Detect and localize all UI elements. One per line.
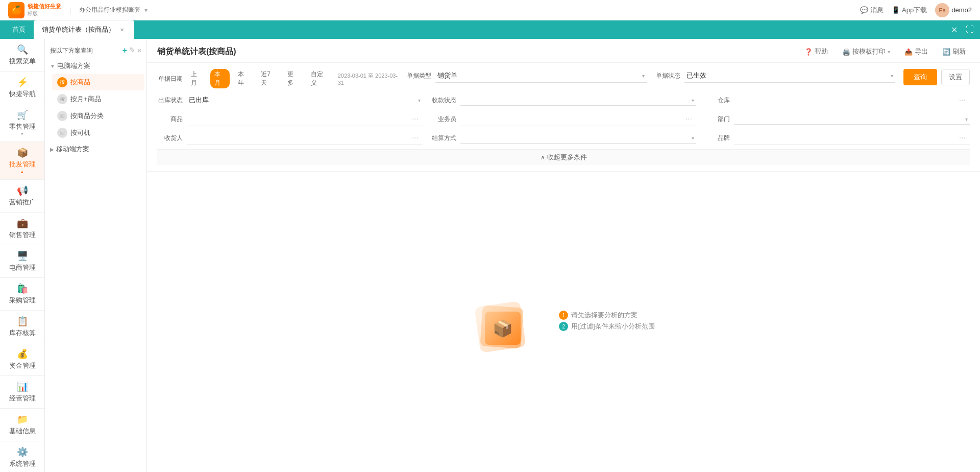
settlement-select[interactable]: ▾ (460, 133, 696, 144)
consignee-dots[interactable]: ··· (410, 133, 421, 143)
edit-plan-btn[interactable]: ✎ (129, 46, 135, 55)
warehouse-select[interactable]: ··· (734, 93, 970, 107)
sidebar-item-search[interactable]: 🔍 搜索菜单 (0, 39, 44, 72)
brand-select[interactable]: ··· (734, 131, 970, 145)
warehouse-filter: 仓库 ··· (704, 93, 970, 107)
sidebar-item-purchase[interactable]: 🛍️ 采购管理 (0, 278, 44, 311)
sidebar-item-ecommerce[interactable]: 🖥️ 电商管理 (0, 245, 44, 278)
export-icon: 📤 (904, 48, 913, 56)
date-this-month-btn[interactable]: 本月 (210, 69, 230, 88)
refresh-btn[interactable]: 🔄 刷新 (938, 45, 970, 58)
doc-status-select[interactable]: 已生效 ▾ (684, 69, 895, 83)
print-arrow-icon: ▾ (888, 49, 890, 55)
tab-close-btn[interactable]: ✕ (118, 26, 126, 34)
date-custom-btn[interactable]: 自定义 (307, 69, 332, 88)
breadcrumb-arrow[interactable]: ▾ (144, 7, 148, 14)
message-icon: 💬 (860, 6, 868, 14)
filter-row-2: 出库状态 已出库 ▾ 收款状态 ▾ 仓库 (157, 93, 970, 107)
date-last-month-btn[interactable]: 上月 (187, 69, 206, 88)
department-select[interactable]: ▾ (734, 114, 970, 125)
tab-close-all-btn[interactable]: ✕ (949, 23, 960, 37)
logo: 🍊 畅捷信好生意 标版 (8, 2, 61, 18)
setting-button[interactable]: 设置 (941, 69, 970, 85)
sidebar-item-basic[interactable]: 📁 基础信息 (0, 409, 44, 441)
export-btn[interactable]: 📤 导出 (900, 45, 932, 58)
empty-tip-1: 1 请先选择要分析的方案 (559, 311, 654, 320)
out-status-filter: 出库状态 已出库 ▾ (157, 93, 423, 107)
user-avatar[interactable]: Ea demo2 (935, 3, 972, 17)
help-btn[interactable]: ❓ 帮助 (800, 45, 832, 58)
date-this-year-btn[interactable]: 本年 (234, 69, 253, 88)
out-status-select[interactable]: 已出库 ▾ (187, 93, 423, 107)
product-dots[interactable]: ··· (410, 114, 421, 124)
top-bar-right: 💬 消息 📱 App下载 Ea demo2 (860, 3, 972, 17)
system-icon: ⚙️ (17, 446, 28, 458)
logo-icon: 🍊 (8, 2, 24, 18)
download-icon: 📱 (892, 6, 900, 14)
sidebar-item-quicknav[interactable]: ⚡ 快捷导航 (0, 72, 44, 104)
warehouse-dots[interactable]: ··· (957, 96, 968, 105)
main-content: 销货单统计表(按商品) ❓ 帮助 🖨️ 按模板打印 ▾ 📤 导出 (147, 39, 980, 472)
sidebar-item-wholesale[interactable]: 📦 批发管理 ▴ (0, 142, 44, 180)
sidebar-finance-label: 资金管理 (9, 361, 36, 370)
collapse-label: 收起更多条件 (547, 153, 587, 162)
date-7days-btn[interactable]: 近7天 (257, 69, 279, 88)
consignee-select[interactable]: ··· (187, 131, 423, 145)
sidebar-search-label: 搜索菜单 (9, 57, 36, 66)
by-category-icon: 回 (57, 111, 67, 121)
sidebar-wholesale-label: 批发管理 (9, 160, 36, 169)
report-tab-label: 销货单统计表（按商品） (42, 25, 115, 34)
product-select[interactable]: ··· (187, 112, 423, 126)
sidebar-item-retail[interactable]: 🛒 零售管理 ▾ (0, 104, 44, 142)
tip-num-2: 2 (559, 322, 568, 331)
breadcrumb-text: 办公用品行业模拟账套 (79, 6, 140, 14)
app-download-btn[interactable]: 📱 App下载 (892, 6, 927, 15)
avatar: Ea (935, 3, 949, 17)
help-icon: ❓ (804, 48, 813, 56)
main-layout: 🔍 搜索菜单 ⚡ 快捷导航 🛒 零售管理 ▾ 📦 批发管理 ▴ 📢 营销推广 💼… (0, 39, 980, 472)
message-btn[interactable]: 💬 消息 (860, 6, 884, 15)
add-plan-btn[interactable]: + (122, 46, 127, 55)
by-category-label: 按商品分类 (70, 111, 104, 121)
sidebar-item-finance[interactable]: 💰 资金管理 (0, 343, 44, 376)
quicknav-icon: ⚡ (17, 77, 28, 88)
left-panel-actions: + ✎ « (122, 46, 141, 55)
salesperson-select[interactable]: ··· (460, 112, 696, 126)
out-status-arrow-icon: ▾ (418, 98, 421, 103)
plan-item-by-product[interactable]: 按 按商品 (52, 74, 144, 90)
salesperson-dots[interactable]: ··· (683, 114, 694, 124)
sidebar-item-inventory[interactable]: 📋 库存核算 (0, 311, 44, 343)
left-panel-title: 按以下方案查询 (50, 46, 93, 55)
brand-label: 品牌 (704, 134, 730, 143)
sidebar-marketing-label: 营销推广 (9, 198, 36, 207)
plan-item-by-category[interactable]: 回 按商品分类 (52, 108, 144, 124)
plan-group-pc-header[interactable]: ▼ 电脑端方案 (45, 58, 146, 74)
template-print-btn[interactable]: 🖨️ 按模板打印 ▾ (838, 45, 894, 58)
brand-dots[interactable]: ··· (957, 133, 968, 143)
collapse-more-btn[interactable]: ∧ 收起更多条件 (157, 149, 970, 165)
query-button[interactable]: 查询 (903, 69, 937, 85)
mobile-group-arrow-icon: ▶ (50, 147, 54, 152)
tab-home[interactable]: 首页 (4, 20, 34, 39)
collapse-panel-btn[interactable]: « (137, 46, 141, 55)
plan-item-by-machine[interactable]: 回 按司机 (52, 125, 144, 141)
sidebar-item-system[interactable]: ⚙️ 系统管理 (0, 441, 44, 472)
date-more-btn[interactable]: 更多 (283, 69, 303, 88)
sidebar-sales-label: 销售管理 (9, 230, 36, 240)
sidebar-item-operations[interactable]: 📊 经营管理 (0, 376, 44, 409)
plan-group-mobile-header[interactable]: ▶ 移动端方案 (45, 141, 146, 157)
operations-icon: 📊 (17, 381, 28, 392)
tab-report[interactable]: 销货单统计表（按商品） ✕ (34, 20, 134, 39)
sidebar-item-sales[interactable]: 💼 销售管理 (0, 213, 44, 245)
date-filter: 上月 本月 本年 近7天 更多 自定义 2023-03-01 至 2023-03… (187, 69, 398, 88)
left-panel: 按以下方案查询 + ✎ « ▼ 电脑端方案 按 按商品 (45, 39, 147, 472)
plan-item-by-month-product[interactable]: 按 按月+商品 (52, 91, 144, 107)
out-status-value: 已出库 (189, 96, 418, 105)
sidebar-item-marketing[interactable]: 📢 营销推广 (0, 180, 44, 213)
doc-status-filter: 单据状态 已生效 ▾ (655, 69, 895, 83)
tab-fullscreen-btn[interactable]: ⛶ (964, 23, 976, 36)
payment-status-select[interactable]: ▾ (460, 96, 696, 106)
doc-type-select[interactable]: 销货单 ▾ (435, 69, 646, 83)
empty-tip-2: 2 用[过滤]条件来缩小分析范围 (559, 322, 654, 331)
sidebar-system-label: 系统管理 (9, 459, 36, 468)
